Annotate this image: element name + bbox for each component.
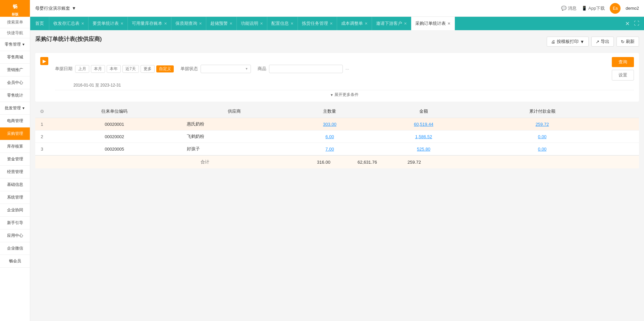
print-button[interactable]: 🖨 按模板打印 ▼	[547, 37, 589, 47]
th-code: 往来单位编码	[49, 105, 180, 118]
sidebar-item-marketing[interactable]: 营销推广	[0, 64, 30, 76]
quick-nav-label: 快捷导航	[7, 31, 23, 35]
user-avatar: Ea	[610, 3, 621, 14]
tab-cost-adjust[interactable]: 成本调整单 ✕	[337, 17, 372, 30]
status-select[interactable]	[201, 65, 251, 73]
filter-row-top: 单据日期 上月 本月 本年 近7天 更多 自定义	[55, 57, 634, 81]
tab-close-icon[interactable]: ✕	[330, 21, 333, 26]
cell-amount[interactable]: 60,519.44	[371, 118, 477, 130]
tab-home[interactable]: 首页	[30, 17, 49, 30]
date-btn-this-year[interactable]: 本年	[107, 65, 121, 73]
chevron-down-icon: ▾	[331, 93, 333, 97]
message-button[interactable]: 💬 消息	[561, 5, 577, 11]
table-row[interactable]: 1 00020001 惠氏奶粉 303.00 60,519.44 259.72	[35, 118, 639, 130]
sidebar-item-wholesale[interactable]: 批发管理 ▼	[0, 102, 30, 115]
sidebar-item-ecommerce[interactable]: 电商管理	[0, 115, 30, 127]
tab-close-icon[interactable]: ✕	[164, 21, 167, 26]
search-menu-label: 搜索菜单	[7, 20, 23, 24]
refresh-button[interactable]: ↻ 刷新	[616, 37, 639, 47]
company-selector[interactable]: 母婴行业演示账套 ▼	[35, 5, 76, 11]
more-options-icon[interactable]: ···	[345, 66, 349, 71]
cell-quantity[interactable]: 7.00	[288, 143, 371, 155]
cell-amount[interactable]: 525.80	[371, 143, 477, 155]
mobile-icon: 📱	[582, 6, 587, 11]
tab-close-icon[interactable]: ✕	[81, 21, 84, 26]
tab-config[interactable]: 配置信息 ✕	[267, 17, 298, 30]
settings-icon[interactable]: ⚙	[40, 109, 44, 114]
date-buttons: 上月 本月 本年 近7天 更多 自定义	[75, 65, 174, 73]
sidebar-item-newguide[interactable]: 新手引导	[0, 217, 30, 229]
tab-close-icon[interactable]: ✕	[120, 21, 123, 26]
page-content: 采购订单统计表(按供应商) 🖨 按模板打印 ▼ ↗ 导出 ↻ 刷新	[30, 30, 644, 321]
cell-quantity[interactable]: 6.00	[288, 130, 371, 143]
tab-close-icon[interactable]: ✕	[199, 21, 202, 26]
th-paid: 累计付款金额	[476, 105, 608, 118]
cell-empty	[608, 143, 639, 155]
tab-close-icon[interactable]: ✕	[260, 21, 263, 26]
main-area: 母婴行业演示账套 ▼ 💬 消息 📱 App下载 Ea demo2 首页 收发存汇…	[30, 0, 644, 321]
date-filter-label: 单据日期	[55, 66, 72, 72]
quick-nav[interactable]: 快捷导航	[0, 28, 30, 38]
print-label: 按模板打印	[557, 39, 579, 45]
date-btn-custom[interactable]: 自定义	[156, 65, 174, 72]
table-row[interactable]: 2 00020002 飞鹤奶粉 6.00 1,586.52 0.00	[35, 130, 639, 143]
tab-function-desc[interactable]: 功能说明 ✕	[237, 17, 267, 30]
sidebar-item-vip[interactable]: 畅会员	[0, 255, 30, 268]
tab-close-icon[interactable]: ✕	[365, 21, 368, 26]
sidebar-item-basic[interactable]: 基础信息	[0, 178, 30, 191]
data-table: ⚙ 往来单位编码 供应商 主数量 金额	[35, 105, 639, 155]
expand-tab-button[interactable]: ⛶	[633, 19, 641, 28]
cell-quantity[interactable]: 303.00	[288, 118, 371, 130]
tab-home-label: 首页	[35, 20, 44, 26]
message-label: 消息	[568, 5, 577, 11]
sidebar-item-retail-mgmt[interactable]: 零售管理 ▼	[0, 38, 30, 51]
svg-text:畅: 畅	[13, 4, 17, 9]
cell-supplier: 飞鹤奶粉	[180, 130, 288, 143]
tab-order-summary[interactable]: 要货单统计表 ✕	[89, 17, 128, 30]
sidebar-item-ent-wechat[interactable]: 企业微信	[0, 242, 30, 255]
tab-invite-downstream[interactable]: 邀请下游客户 ✕	[372, 17, 411, 30]
query-button[interactable]: 查询	[612, 57, 634, 67]
tab-close-icon[interactable]: ✕	[447, 21, 450, 26]
sidebar-item-appcenter[interactable]: 应用中心	[0, 229, 30, 242]
cell-empty	[608, 130, 639, 143]
table-row[interactable]: 3 00020005 好孩子 7.00 525.80 0.00	[35, 143, 639, 155]
sidebar-item-ops[interactable]: 经营管理	[0, 166, 30, 178]
tab-pickup-task[interactable]: 拣货任务管理 ✕	[298, 17, 337, 30]
close-tab-button[interactable]: ✕	[624, 19, 631, 28]
date-btn-7days[interactable]: 近7天	[122, 65, 139, 73]
setting-button[interactable]: 设置	[612, 70, 634, 81]
product-input[interactable]	[269, 65, 343, 73]
sidebar-item-finance[interactable]: 资金管理	[0, 153, 30, 166]
expand-more-btn[interactable]: ▾ 展开更多条件	[55, 90, 634, 98]
date-btn-this-month[interactable]: 本月	[91, 65, 105, 73]
tab-purchase-order-summary[interactable]: 采购订单统计表 ✕	[411, 17, 455, 30]
sidebar-item-stock[interactable]: 库存核算	[0, 140, 30, 153]
date-btn-more[interactable]: 更多	[141, 65, 155, 73]
tab-close-icon[interactable]: ✕	[404, 21, 407, 26]
tab-close-icon[interactable]: ✕	[290, 21, 293, 26]
tab-available-stock[interactable]: 可用量库存账本 ✕	[128, 17, 171, 30]
sidebar-item-member[interactable]: 会员中心	[0, 76, 30, 89]
tab-receive-summary[interactable]: 收发存汇总表 ✕	[49, 17, 89, 30]
status-filter-group: 单据状态	[180, 65, 251, 73]
sidebar-item-retail-stats[interactable]: 零售统计	[0, 89, 30, 102]
cell-paid[interactable]: 259.72	[476, 118, 608, 130]
tab-overstock[interactable]: 超储预警 ✕	[206, 17, 237, 30]
date-btn-last-month[interactable]: 上月	[75, 65, 89, 73]
username-label[interactable]: demo2	[626, 6, 639, 11]
cell-paid[interactable]: 0.00	[476, 143, 608, 155]
sidebar-item-enterprise[interactable]: 企业协同	[0, 204, 30, 217]
sidebar-item-purchase[interactable]: 采购管理	[0, 127, 30, 140]
filter-toggle-button[interactable]: ▶	[40, 57, 48, 65]
tab-close-icon[interactable]: ✕	[229, 21, 232, 26]
sidebar-item-system[interactable]: 系统管理	[0, 191, 30, 204]
cell-amount[interactable]: 1,586.52	[371, 130, 477, 143]
tab-expiry-query[interactable]: 保质期查询 ✕	[171, 17, 206, 30]
cell-paid[interactable]: 0.00	[476, 130, 608, 143]
search-menu[interactable]: 搜索菜单	[0, 17, 30, 28]
app-download-button[interactable]: 📱 App下载	[582, 5, 605, 11]
sidebar-item-retail-mall[interactable]: 零售商城	[0, 51, 30, 64]
export-button[interactable]: ↗ 导出	[591, 37, 614, 47]
page-header: 采购订单统计表(按供应商) 🖨 按模板打印 ▼ ↗ 导出 ↻ 刷新	[35, 35, 639, 48]
